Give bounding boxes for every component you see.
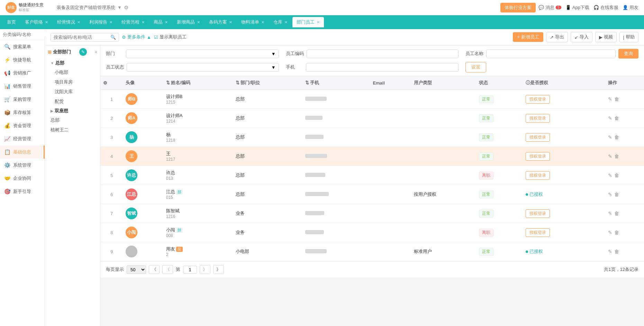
edit-icon[interactable]: ✎ [608,153,612,159]
view-button[interactable]: ▶ 视频 [595,32,617,42]
set-button[interactable]: 设置 [465,62,486,72]
dropdown-arrow-icon[interactable]: ▼ [117,5,122,10]
tab-goods[interactable]: 商品 ✕ [149,17,172,27]
tab-new-goods-close[interactable]: ✕ [197,20,200,25]
col-name[interactable]: ⇅ 姓名/编码 [163,76,233,90]
sidebar-item-marketing[interactable]: 📢 营销推广 [0,67,45,80]
dept-item-distribution[interactable]: 配货 [52,97,97,106]
sidebar-item-purchase[interactable]: 🛒 采购管理 [0,93,45,106]
query-button[interactable]: 查询 [618,49,638,59]
delete-icon[interactable]: 🗑 [614,96,619,102]
message-btn[interactable]: 💬 消息 5 [538,5,561,11]
dept-item-zongbu[interactable]: 总部 [48,115,97,125]
last-page-btn[interactable]: 》 [213,265,224,274]
tab-management-close[interactable]: ✕ [77,20,80,25]
tab-barcode[interactable]: 条码方案 ✕ [205,17,236,27]
tab-goods-close[interactable]: ✕ [165,20,168,25]
online-service-btn[interactable]: 🎧 在线客服 [593,5,618,11]
col-dept[interactable]: ⇅ 部门/职位 [233,76,302,90]
delete-icon[interactable]: 🗑 [614,173,619,178]
app-download-btn[interactable]: 📱 App下载 [565,5,589,11]
col-phone[interactable]: ⇅ 手机 [302,76,370,90]
tab-customer[interactable]: 客户联络 ✕ [21,17,52,27]
edit-icon[interactable]: ✎ [608,192,612,197]
emp-name-input[interactable] [486,50,616,58]
sidebar-item-shortcut[interactable]: ⚡ 快捷导航 [0,53,45,67]
tab-warehouse[interactable]: 仓库 ✕ [269,17,292,27]
delete-icon[interactable]: 🗑 [614,211,619,216]
sidebar-item-collab[interactable]: 🤝 企业协同 [0,172,45,185]
help-button[interactable]: | 帮助 [619,32,638,42]
tab-bom-close[interactable]: ✕ [261,20,264,25]
dept-item-project[interactable]: 项目库房 [52,77,97,87]
tab-history-close[interactable]: ✕ [142,20,145,25]
delete-icon[interactable]: 🗑 [614,115,619,121]
auth-button[interactable]: 授权登录 [526,133,550,142]
search-input[interactable] [54,35,109,40]
dept-item-xiaodian[interactable]: 小电部 [52,68,97,77]
tab-new-goods[interactable]: 新增商品 ✕ [173,17,204,27]
auth-button[interactable]: 授权登录 [526,209,550,218]
status-filter-select[interactable]: ▼ [127,63,279,72]
tab-history[interactable]: 经营历程 ✕ [117,17,149,27]
tab-barcode-close[interactable]: ✕ [229,20,232,25]
col-settings[interactable]: ⚙ [100,76,123,90]
sidebar-item-guide[interactable]: 🎯 新手引导 [0,185,45,198]
dept-edit-icon[interactable]: ✎ [79,48,87,56]
emp-code-input[interactable] [307,50,459,58]
edit-icon[interactable]: ✎ [608,134,612,140]
auth-button[interactable]: 授权登录 [526,171,550,180]
sidebar-item-sales[interactable]: 📊 销售管理 [0,80,45,93]
first-page-btn[interactable]: 《 [149,265,160,274]
tab-bom[interactable]: 物料清单 ✕ [237,17,269,27]
auth-button[interactable]: 授权登录 [526,228,550,237]
sidebar-item-search[interactable]: 🔍 搜索菜单 [0,40,45,53]
edit-icon[interactable]: ✎ [608,249,612,254]
filter-btn[interactable]: ⚙ 更多条件 ▲ [122,34,151,40]
search-icon[interactable]: 🔍 [110,35,116,40]
tab-warehouse-close[interactable]: ✕ [284,20,288,25]
show-resigned-toggle[interactable]: ☑ 显示离职员工 [154,34,187,40]
sidebar-item-basic[interactable]: 📋 基础信息 [0,146,45,159]
experience-button[interactable]: 体验行业方案 [500,3,536,12]
sidebar-item-operation[interactable]: 📈 经营管理 [0,132,45,146]
dept-all-btn[interactable]: ⊞ 全部部门 [48,49,71,55]
delete-icon[interactable]: 🗑 [614,192,619,197]
tab-profit[interactable]: 利润报告 ✕ [85,17,117,27]
edit-icon[interactable]: ✎ [608,230,612,235]
tab-customer-close[interactable]: ✕ [45,20,48,25]
tab-management[interactable]: 经营情况 ✕ [53,17,84,27]
auth-button[interactable]: 授权登录 [526,152,550,161]
delete-icon[interactable]: 🗑 [614,153,619,159]
dept-filter-select[interactable]: ▼ [126,50,279,58]
import-button[interactable]: ↙ 导入 [571,32,592,42]
dept-group-zongbu[interactable]: ▼ 总部 [48,59,97,68]
auth-button[interactable]: 授权登录 [526,95,550,104]
dept-group-shuangzuo[interactable]: ▶ 双座想 [48,106,97,115]
edit-icon[interactable]: ✎ [608,211,612,216]
delete-icon[interactable]: 🗑 [614,134,619,140]
add-employee-button[interactable]: + 新增员工 [513,32,543,42]
settings-icon[interactable]: ⚙ [124,5,128,11]
delete-icon[interactable]: 🗑 [614,230,619,235]
prev-page-btn[interactable]: 〈 [162,265,173,274]
dept-item-shenyang[interactable]: 沈阳大库 [52,87,97,97]
sidebar-item-finance[interactable]: 💰 资金管理 [0,119,45,132]
sidebar-item-system[interactable]: ⚙️ 系统管理 [0,159,45,172]
user-area[interactable]: 👤 用友 [623,5,638,11]
page-number-input[interactable] [183,266,197,274]
auth-button[interactable]: 授权登录 [526,114,550,123]
per-page-select[interactable]: 50 100 [127,265,146,274]
dept-item-zhishu[interactable]: 植树王二 [48,125,97,135]
sidebar-item-inventory[interactable]: 📦 库存核算 [0,106,45,119]
tab-home[interactable]: 首页 [3,17,20,27]
tab-department-close[interactable]: ✕ [317,20,320,25]
edit-icon[interactable]: ✎ [608,115,612,121]
delete-icon[interactable]: 🗑 [614,249,619,254]
export-button[interactable]: ↗ 导出 [546,32,568,42]
tab-department[interactable]: 部门员工 ✕ [292,17,324,27]
edit-icon[interactable]: ✎ [608,96,612,102]
tab-profit-close[interactable]: ✕ [109,20,112,25]
edit-icon[interactable]: ✎ [608,173,612,178]
next-page-btn[interactable]: 〉 [200,265,210,274]
